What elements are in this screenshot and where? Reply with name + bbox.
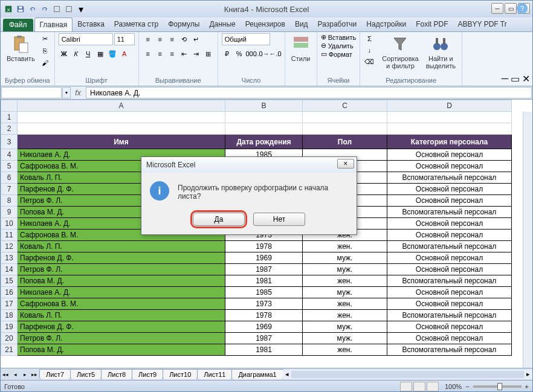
- data-cell[interactable]: Основной персонал: [387, 321, 512, 333]
- tab-2[interactable]: Разметка стр: [109, 18, 163, 31]
- dec-decimal-icon[interactable]: ←.0: [270, 48, 281, 59]
- data-cell[interactable]: Основной персонал: [387, 252, 512, 264]
- row-header[interactable]: 3: [1, 135, 18, 149]
- row-header[interactable]: 7: [1, 184, 18, 195]
- number-format-combo[interactable]: Общий: [222, 33, 270, 45]
- data-cell[interactable]: Коваль Л. П.: [18, 241, 225, 252]
- fill-color-icon[interactable]: 🪣: [107, 48, 118, 59]
- data-cell[interactable]: жен.: [303, 298, 387, 310]
- tab-7[interactable]: Разработчи: [313, 18, 362, 31]
- data-cell[interactable]: Сафронова В. М.: [18, 298, 225, 310]
- row-header[interactable]: 20: [1, 333, 18, 344]
- row-header[interactable]: 15: [1, 275, 18, 287]
- data-cell[interactable]: Основной персонал: [387, 184, 512, 195]
- data-cell[interactable]: Основной персонал: [387, 161, 512, 172]
- dialog-close-button[interactable]: ✕: [337, 159, 354, 169]
- file-tab[interactable]: Файл: [3, 19, 33, 31]
- data-cell[interactable]: Вспомогательный персонал: [387, 172, 512, 184]
- data-cell[interactable]: Вспомогательный персонал: [387, 275, 512, 287]
- row-header[interactable]: 8: [1, 195, 18, 207]
- percent-icon[interactable]: %: [234, 48, 245, 59]
- row-header[interactable]: 16: [1, 287, 18, 298]
- tab-6[interactable]: Вид: [290, 18, 313, 31]
- align-middle-icon[interactable]: ≡: [155, 34, 166, 45]
- row-header[interactable]: 18: [1, 310, 18, 321]
- col-header[interactable]: C: [303, 100, 387, 112]
- yes-button[interactable]: Да: [193, 213, 245, 226]
- row-header[interactable]: 2: [1, 123, 18, 135]
- border-icon[interactable]: ▦: [95, 48, 106, 59]
- horizontal-scrollbar[interactable]: ◂ ▸: [283, 370, 532, 379]
- header-cell[interactable]: Дата рождения: [225, 135, 303, 149]
- data-cell[interactable]: 1969: [225, 321, 303, 333]
- data-cell[interactable]: Парфенов Д. Ф.: [18, 321, 225, 333]
- find-select-button[interactable]: Найти и выделить: [424, 33, 458, 71]
- maximize-button[interactable]: ▭: [505, 3, 517, 14]
- minimize-button[interactable]: ─: [491, 3, 503, 14]
- header-cell[interactable]: Пол: [303, 135, 387, 149]
- data-cell[interactable]: муж.: [303, 321, 387, 333]
- row-header[interactable]: 17: [1, 298, 18, 310]
- data-cell[interactable]: Основной персонал: [387, 230, 512, 241]
- paste-button[interactable]: Вставить: [4, 33, 37, 63]
- font-name-combo[interactable]: Calibri: [59, 33, 113, 45]
- sheet-nav-first[interactable]: ◂◂: [1, 369, 10, 380]
- data-cell[interactable]: Основной персонал: [387, 195, 512, 207]
- data-cell[interactable]: 1978: [225, 241, 303, 252]
- data-cell[interactable]: 1987: [225, 333, 303, 344]
- page-break-view-icon[interactable]: [427, 382, 439, 391]
- cell[interactable]: [303, 112, 387, 123]
- data-cell[interactable]: жен.: [303, 344, 387, 356]
- sheet-tab[interactable]: Лист8: [101, 369, 132, 379]
- redo-icon[interactable]: [39, 4, 50, 14]
- tab-8[interactable]: Надстройки: [361, 18, 411, 31]
- data-cell[interactable]: жен.: [303, 241, 387, 252]
- row-header[interactable]: 4: [1, 149, 18, 161]
- clear-icon[interactable]: ⌫: [364, 56, 375, 67]
- row-header[interactable]: 14: [1, 264, 18, 275]
- data-cell[interactable]: 1973: [225, 298, 303, 310]
- data-cell[interactable]: Вспомогательный персонал: [387, 344, 512, 356]
- align-left-icon[interactable]: ≡: [143, 48, 153, 59]
- insert-cells-button[interactable]: ⊕Вставить: [321, 33, 357, 41]
- sheet-tab[interactable]: Лист7: [39, 369, 71, 379]
- cut-icon[interactable]: ✂: [40, 33, 51, 44]
- data-cell[interactable]: 1969: [225, 252, 303, 264]
- data-cell[interactable]: муж.: [303, 252, 387, 264]
- vertical-scrollbar[interactable]: [523, 112, 532, 368]
- styles-button[interactable]: Стили: [289, 33, 313, 63]
- data-cell[interactable]: жен.: [303, 275, 387, 287]
- zoom-in-icon[interactable]: +: [525, 383, 529, 390]
- col-header[interactable]: D: [387, 100, 512, 112]
- sort-filter-button[interactable]: Сортировка и фильтр: [380, 33, 421, 71]
- data-cell[interactable]: Вспомогательный персонал: [387, 310, 512, 321]
- align-top-icon[interactable]: ≡: [143, 34, 153, 45]
- data-cell[interactable]: 1981: [225, 275, 303, 287]
- data-cell[interactable]: Основной персонал: [387, 333, 512, 344]
- cell[interactable]: [387, 112, 512, 123]
- data-cell[interactable]: 1978: [225, 310, 303, 321]
- data-cell[interactable]: Основной персонал: [387, 218, 512, 230]
- tab-5[interactable]: Рецензиров: [241, 18, 290, 31]
- copy-icon[interactable]: ⎘: [40, 45, 51, 56]
- tab-4[interactable]: Данные: [204, 18, 240, 31]
- underline-icon[interactable]: Ч: [83, 48, 94, 59]
- qat-btn[interactable]: [63, 4, 74, 14]
- col-header[interactable]: B: [225, 100, 303, 112]
- data-cell[interactable]: 1985: [225, 287, 303, 298]
- data-cell[interactable]: муж.: [303, 264, 387, 275]
- name-box[interactable]: [1, 87, 62, 98]
- data-cell[interactable]: 1981: [225, 344, 303, 356]
- sheet-tab[interactable]: Лист10: [163, 369, 198, 379]
- data-cell[interactable]: Основной персонал: [387, 149, 512, 161]
- row-header[interactable]: 6: [1, 172, 18, 184]
- font-color-icon[interactable]: A: [119, 48, 130, 59]
- name-box-dropdown[interactable]: ▾: [62, 87, 71, 98]
- tab-3[interactable]: Формулы: [163, 18, 204, 31]
- format-painter-icon[interactable]: 🖌: [40, 57, 51, 68]
- data-cell[interactable]: муж.: [303, 333, 387, 344]
- row-header[interactable]: 19: [1, 321, 18, 333]
- bold-icon[interactable]: Ж: [59, 48, 69, 59]
- row-header[interactable]: 1: [1, 112, 18, 123]
- cell[interactable]: [303, 123, 387, 135]
